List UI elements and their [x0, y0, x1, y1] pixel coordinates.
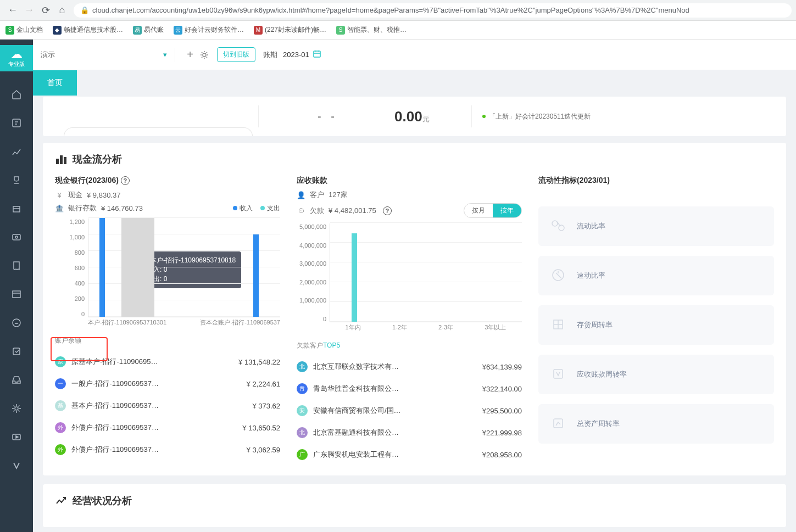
tab-home[interactable]: 首页 [33, 70, 77, 96]
add-button[interactable]: + [183, 48, 197, 62]
x-axis: 1年内 1-2年 2-3年 3年以上 [330, 323, 522, 333]
nav-tax-icon[interactable] [11, 317, 22, 328]
legend-expense: 支出 [260, 204, 280, 213]
svg-point-9 [203, 53, 206, 57]
nav-voucher-icon[interactable] [11, 117, 22, 128]
period-value[interactable]: 2023-01 [283, 51, 309, 59]
nav-inbox-icon[interactable] [11, 374, 22, 385]
top5-row[interactable]: 青青岛华胜普金科技有限公…¥322,140.00 [297, 378, 522, 400]
nav-asset-icon[interactable] [11, 203, 22, 214]
separator [258, 105, 259, 127]
ar-aging-chart[interactable]: 5,000,0004,000,0003,000,0002,000,0001,00… [297, 223, 522, 333]
nav-v-icon[interactable] [11, 460, 22, 471]
nav-invoice-icon[interactable] [11, 260, 22, 271]
reload-button[interactable]: ⟳ [37, 4, 54, 16]
x-tick: 1-2年 [392, 323, 407, 333]
nav-checkout-icon[interactable] [11, 346, 22, 357]
nav-home-icon[interactable] [11, 89, 22, 100]
top5-row[interactable]: 北北京富基融通科技有限公…¥221,999.98 [297, 422, 522, 444]
browser-nav-bar: ← → ⟳ ⌂ 🔒 cloud.chanjet.com/accounting/u… [0, 0, 796, 21]
bookmark-item[interactable]: S金山文档 [5, 25, 43, 35]
cash-bank-title: 现金银行(2023/06) ? [55, 176, 280, 186]
toggle-month[interactable]: 按月 [464, 204, 493, 217]
bookmark-item[interactable]: M(227封未读邮件)畅… [254, 25, 326, 35]
period-label: 账期 [263, 50, 277, 60]
help-icon[interactable]: ? [383, 206, 392, 215]
nav-salary-icon[interactable] [11, 232, 22, 243]
account-amount: ¥ 131,548.22 [220, 358, 280, 366]
account-row[interactable]: 外外债户-招行-1109069537…¥ 3,062.59 [55, 439, 280, 461]
bookmark-item[interactable]: 云好会计云财务软件… [174, 25, 244, 35]
back-button[interactable]: ← [4, 4, 21, 16]
nav-report-icon[interactable] [11, 146, 22, 157]
liquidity-card[interactable]: 应收账款周转率 [538, 355, 774, 394]
bookmark-label: 智能票、财、税推… [347, 25, 407, 35]
x-tick: 1年内 [346, 323, 361, 333]
brand-badge[interactable]: ☁ 专业版 [0, 45, 33, 71]
help-icon[interactable]: ? [121, 176, 130, 185]
summary-strip: - - 0.00元 「上新」好会计20230511迭代更新 [43, 97, 786, 136]
highlight-rectangle [51, 337, 108, 361]
nav-video-icon[interactable] [11, 432, 22, 443]
top5-row[interactable]: 北北京互帮联众数字技术有…¥634,139.99 [297, 356, 522, 378]
gear-button[interactable] [197, 48, 211, 62]
account-row[interactable]: 一一般户-招行-1109069537…¥ 2,224.61 [55, 373, 280, 395]
url-text: cloud.chanjet.com/accounting/uw1eb00zy96… [92, 6, 689, 14]
svg-rect-1 [13, 206, 20, 212]
account-row[interactable]: 基基本户-招行-1109069537…¥ 373.62 [55, 395, 280, 417]
top5-row[interactable]: 安安徽有信商贸有限公司/国…¥295,500.00 [297, 400, 522, 422]
customer-name: 北京互帮联众数字技术有… [313, 362, 456, 372]
account-row[interactable]: 外外债户-招行-1109069537…¥ 13,650.52 [55, 417, 280, 439]
cash-bank-chart[interactable]: 1,2001,0008006004002000 基本户-招行-110906953… [55, 219, 280, 328]
page-tabs: 首页 [33, 70, 77, 97]
tooltip-title: 基本户-招行-110906953710818 [143, 256, 236, 265]
liquidity-card[interactable]: 存货周转率 [538, 305, 774, 345]
bookmark-icon: 云 [174, 26, 182, 35]
liquidity-card[interactable]: 速动比率 [538, 256, 774, 295]
customer-name: 安徽有信商贸有限公司/国… [313, 406, 456, 416]
liquidity-card[interactable]: 总资产周转率 [538, 404, 774, 444]
liquidity-card-label: 速动比率 [577, 271, 605, 281]
account-balance-list: 原原基本户-招行-11090695…¥ 131,548.22一一般户-招行-11… [55, 351, 280, 461]
ar-title: 应收账款 [297, 176, 522, 186]
bookmark-item[interactable]: ◆畅捷通信息技术股… [53, 25, 123, 35]
url-bar[interactable]: 🔒 cloud.chanjet.com/accounting/uw1eb00zy… [74, 3, 792, 18]
tenant-selector[interactable]: 演示 ▾ [41, 50, 167, 60]
calendar-icon[interactable] [313, 49, 321, 60]
home-button[interactable]: ⌂ [54, 4, 70, 16]
nav-cash-icon[interactable] [11, 175, 22, 186]
ar-column: 应收账款 👤 客户 127家 ⏲ 欠款 ¥ 4,482,001.75 ? [297, 176, 522, 466]
nav-settings-icon[interactable] [11, 403, 22, 414]
switch-old-version-button[interactable]: 切到旧版 [217, 47, 255, 62]
liquidity-card[interactable]: 流动比率 [538, 206, 774, 246]
search-field-outline[interactable] [64, 127, 253, 136]
nav-archive-icon[interactable] [11, 289, 22, 300]
svg-point-3 [15, 236, 18, 238]
bookmark-label: 易代账 [144, 25, 164, 35]
liquidity-card-icon [548, 364, 568, 385]
top5-row[interactable]: 广广东腾安机电安装工程有…¥208,958.00 [297, 444, 522, 466]
panel-title: 经营状况分析 [55, 494, 774, 507]
cashflow-panel: 现金流分析 现金银行(2023/06) ? ¥ 现金 ¥ 9,830.37 [43, 143, 786, 475]
svg-rect-12 [60, 155, 63, 164]
svg-point-14 [552, 221, 558, 226]
news-text: 「上新」好会计20230511迭代更新 [489, 112, 591, 121]
toggle-year[interactable]: 按年 [493, 204, 521, 217]
svg-point-15 [559, 225, 564, 231]
liquidity-card-label: 存货周转率 [577, 320, 613, 330]
bookmark-icon: S [5, 26, 14, 35]
news-ticker[interactable]: 「上新」好会计20230511迭代更新 [482, 112, 591, 121]
bookmark-item[interactable]: S智能票、财、税推… [336, 25, 407, 35]
svg-rect-11 [56, 159, 59, 164]
liquidity-card-icon [548, 265, 568, 287]
bookmark-item[interactable]: 易易代账 [133, 25, 164, 35]
bookmark-label: (227封未读邮件)畅… [265, 25, 326, 35]
forward-button[interactable]: → [21, 4, 37, 16]
coin-icon: ¥ [55, 191, 64, 199]
customer-amount: ¥208,958.00 [461, 451, 522, 459]
liquidity-title: 流动性指标(2023/01) [538, 176, 774, 186]
user-icon: 👤 [297, 191, 305, 199]
bookmark-label: 好会计云财务软件… [185, 25, 244, 35]
owe-metric: ⏲ 欠款 ¥ 4,482,001.75 ? [297, 206, 392, 216]
top5-list: 北北京互帮联众数字技术有…¥634,139.99青青岛华胜普金科技有限公…¥32… [297, 356, 522, 466]
